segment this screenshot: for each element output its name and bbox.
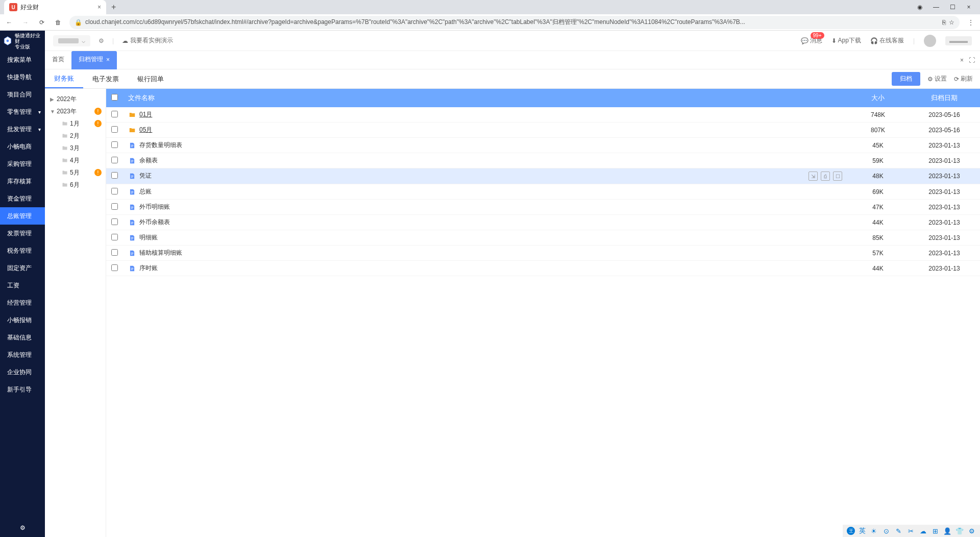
row-checkbox[interactable] (111, 234, 118, 240)
avatar[interactable] (924, 35, 936, 47)
tb-icon-8[interactable]: 👕 (955, 527, 964, 535)
sidebar-item-1[interactable]: 快捷导航 (0, 68, 45, 86)
sidebar-item-11[interactable]: 税务管理 (0, 242, 45, 259)
sidebar-item-19[interactable]: 新手引导 (0, 381, 45, 398)
reload-button[interactable]: ⟳ (37, 17, 47, 28)
table-row[interactable]: 外币余额表 44K 2023-01-13 (106, 215, 980, 230)
menu-icon[interactable]: ⋮ (966, 17, 976, 28)
row-checkbox[interactable] (111, 188, 118, 194)
row-checkbox[interactable] (111, 157, 118, 163)
ime-lang[interactable]: 英 (859, 526, 866, 535)
tb-icon-7[interactable]: 👤 (943, 527, 951, 535)
tree-node-2022[interactable]: ▶ 2022年 (45, 93, 106, 105)
table-row[interactable]: 序时账 44K 2023-01-13 (106, 261, 980, 276)
maximize-button[interactable]: ☐ (946, 1, 959, 13)
refresh-link[interactable]: ⟳刷新 (954, 75, 973, 83)
sidebar-item-17[interactable]: 系统管理 (0, 346, 45, 363)
tb-icon-2[interactable]: ⊙ (882, 527, 890, 535)
close-all-tabs-icon[interactable]: × (960, 57, 964, 64)
sidebar-item-13[interactable]: 工资 (0, 277, 45, 294)
sidebar-item-9[interactable]: 总账管理 (0, 207, 45, 225)
sidebar-item-4[interactable]: 批发管理▾ (0, 120, 45, 138)
tree-month-5[interactable]: 5月! (45, 166, 106, 179)
sidebar-item-10[interactable]: 发票管理 (0, 225, 45, 242)
table-row[interactable]: 01月 748K 2023-05-16 (106, 107, 980, 123)
row-checkbox[interactable] (111, 111, 118, 117)
sidebar-item-12[interactable]: 固定资产 (0, 259, 45, 277)
action-2-icon[interactable]: ⎙ (821, 172, 830, 181)
table-row[interactable]: 凭证⇲⎙☐ 48K 2023-01-13 (106, 168, 980, 184)
sidebar-item-6[interactable]: 采购管理 (0, 155, 45, 173)
minimize-button[interactable]: — (930, 1, 942, 13)
action-1-icon[interactable]: ⇲ (808, 172, 818, 181)
url-bar[interactable]: 🔒 cloud.chanjet.com/cc/u6d89qwnryel/57bf… (69, 16, 960, 29)
ime-icon[interactable]: 王 (847, 527, 855, 535)
tab-home[interactable]: 首页 (45, 51, 71, 69)
action-3-icon[interactable]: ☐ (833, 172, 842, 181)
row-checkbox[interactable] (111, 172, 118, 179)
table-row[interactable]: 存货数量明细表 45K 2023-01-13 (106, 138, 980, 153)
tb-icon-4[interactable]: ✂ (906, 527, 915, 535)
messages-link[interactable]: 💬 消息 99+ (801, 36, 822, 45)
download-link[interactable]: ⬇ App下载 (831, 36, 861, 45)
demo-link[interactable]: ☁ 我要看实例演示 (122, 36, 173, 45)
tree-month-4[interactable]: 4月 (45, 154, 106, 166)
sidebar-item-18[interactable]: 企业协同 (0, 363, 45, 381)
table-row[interactable]: 明细账 85K 2023-01-13 (106, 230, 980, 246)
tree-month-1[interactable]: 1月! (45, 117, 106, 130)
file-name[interactable]: 05月 (139, 126, 152, 133)
table-row[interactable]: 05月 807K 2023-05-16 (106, 123, 980, 138)
inner-tab-finance[interactable]: 财务账 (45, 69, 83, 88)
archive-button[interactable]: 归档 (892, 72, 920, 86)
tab-archive[interactable]: 归档管理 × (71, 51, 117, 69)
forward-button[interactable]: → (20, 17, 31, 28)
sidebar-item-7[interactable]: 库存核算 (0, 173, 45, 190)
tab-close-icon[interactable]: × (97, 4, 101, 11)
sidebar-item-15[interactable]: 小畅报销 (0, 311, 45, 329)
tree-month-6[interactable]: 6月 (45, 179, 106, 191)
browser-tab[interactable]: U 好业财 × (4, 0, 106, 14)
close-window-button[interactable]: × (963, 1, 975, 13)
settings-link[interactable]: ⚙设置 (927, 75, 947, 83)
tree-node-2023[interactable]: ▼ 2023年 ! (45, 105, 106, 117)
company-select[interactable]: ⌵ (53, 35, 90, 46)
support-link[interactable]: 🎧 在线客服 (870, 36, 904, 45)
select-all-checkbox[interactable] (111, 94, 118, 101)
sidebar-item-2[interactable]: 项目合同 (0, 86, 45, 103)
star-icon[interactable]: ☆ (949, 19, 954, 26)
tb-icon-9[interactable]: ⚙ (968, 527, 976, 535)
account-icon[interactable]: ◉ (914, 1, 926, 13)
file-name[interactable]: 01月 (139, 111, 152, 118)
sidebar-item-0[interactable]: 搜索菜单 (0, 51, 45, 68)
row-checkbox[interactable] (111, 249, 118, 256)
sidebar-settings-icon[interactable]: ⚙ (20, 524, 26, 531)
inner-tab-bank[interactable]: 银行回单 (128, 69, 173, 88)
row-checkbox[interactable] (111, 203, 118, 210)
table-row[interactable]: 总账 69K 2023-01-13 (106, 184, 980, 200)
row-checkbox[interactable] (111, 126, 118, 133)
inner-tab-einvoice[interactable]: 电子发票 (83, 69, 128, 88)
sidebar-item-16[interactable]: 基础信息 (0, 329, 45, 346)
tb-icon-1[interactable]: ☀ (870, 527, 878, 535)
install-icon[interactable]: ⎘ (942, 19, 946, 26)
row-checkbox[interactable] (111, 264, 118, 271)
tb-icon-6[interactable]: ⊞ (931, 527, 939, 535)
sidebar-item-3[interactable]: 零售管理▾ (0, 103, 45, 120)
sidebar-item-14[interactable]: 经营管理 (0, 294, 45, 311)
new-tab-button[interactable]: + (106, 3, 121, 12)
back-button[interactable]: ← (4, 17, 14, 28)
sidebar-item-5[interactable]: 小畅电商 (0, 138, 45, 155)
row-checkbox[interactable] (111, 141, 118, 148)
tb-icon-5[interactable]: ☁ (919, 527, 927, 535)
sidebar-item-8[interactable]: 资金管理 (0, 190, 45, 207)
delete-icon[interactable]: 🗑 (53, 17, 63, 28)
table-row[interactable]: 余额表 59K 2023-01-13 (106, 153, 980, 168)
header-gear-icon[interactable]: ⚙ (99, 37, 104, 44)
tree-month-2[interactable]: 2月 (45, 130, 106, 142)
row-checkbox[interactable] (111, 218, 118, 225)
fullscreen-icon[interactable]: ⛶ (969, 57, 975, 64)
table-row[interactable]: 外币明细账 47K 2023-01-13 (106, 200, 980, 215)
tb-icon-3[interactable]: ✎ (894, 527, 902, 535)
tree-month-3[interactable]: 3月 (45, 142, 106, 154)
tab-close-icon[interactable]: × (106, 56, 110, 63)
